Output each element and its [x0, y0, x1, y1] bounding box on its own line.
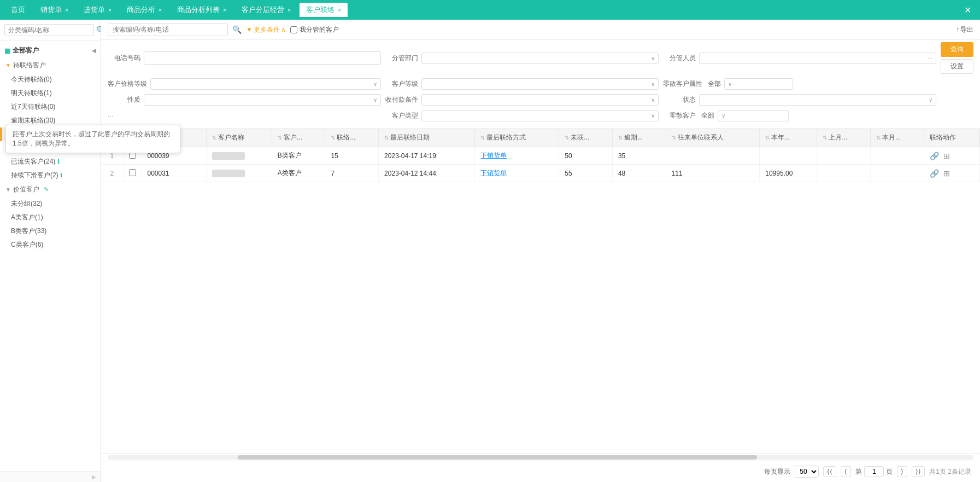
active-bar — [0, 127, 2, 141]
sidebar-item-declining[interactable]: 持续下滑客户(2) ℹ — [0, 169, 101, 182]
filter-status-select[interactable]: ∨ — [699, 94, 936, 106]
sidebar-item-lost[interactable]: 已流失客户(24) ℹ — [0, 155, 101, 169]
window-close-btn[interactable]: ✕ — [960, 5, 976, 15]
sidebar-collapse-arrow[interactable]: ▶ — [92, 474, 96, 480]
row-1-year — [760, 147, 817, 165]
row-1-this-month — [871, 147, 924, 165]
page-input[interactable] — [864, 466, 884, 477]
filter-dots-cell: ··· — [108, 112, 381, 120]
filter-search-input[interactable] — [108, 23, 228, 36]
nav-close-sales[interactable]: × — [65, 7, 68, 13]
row-2-num: 2 — [101, 165, 123, 182]
th-contact-count[interactable]: ⇅ 联络... — [325, 129, 379, 147]
scrollbar-thumb[interactable] — [238, 455, 757, 460]
sidebar-item-class-b[interactable]: B类客户(33) — [0, 224, 101, 238]
filter-row-2: 客户价格等级 ∨ 客户等级 ∨ 零散客户属性 全部 — [108, 76, 973, 92]
row-1-last-method[interactable]: 下销货单 — [475, 147, 559, 165]
sidebar-item-ungrouped[interactable]: 未分组(32) — [0, 197, 101, 211]
th-year[interactable]: ⇅ 本年... — [760, 129, 817, 147]
nav-tab-sales[interactable]: 销货单 × — [34, 3, 75, 17]
filter-scatter-select[interactable]: ∨ — [718, 110, 789, 121]
row-1-method-link[interactable]: 下销货单 — [480, 152, 507, 159]
first-page-btn[interactable]: ⟨⟨ — [823, 466, 836, 477]
th-last-date[interactable]: ⇅ 最后联络日期 — [379, 129, 475, 147]
sidebar-collapse-icon[interactable]: ◀ — [92, 48, 96, 54]
row-2-grid-icon[interactable]: ⊞ — [943, 169, 950, 178]
nav-close-customer-mgmt[interactable]: × — [287, 7, 291, 13]
sidebar-root-all-customers[interactable]: ▦ 全部客户 ◀ — [0, 43, 101, 58]
sidebar-item-class-a[interactable]: A类客户(1) — [0, 211, 101, 224]
th-last-method[interactable]: ⇅ 最后联络方式 — [475, 129, 559, 147]
filter-nature-select[interactable]: ∨ — [144, 94, 381, 106]
nav-tab-analysis-list[interactable]: 商品分析列表 × — [171, 3, 233, 17]
sort-icon-contacts: ⇅ — [672, 135, 676, 141]
filter-bar: 🔍 ▼ 更多条件 ∧ 我分管的客户 ↑ 导出 — [101, 20, 980, 40]
th-overdue[interactable]: ⇅ 逾期... — [612, 129, 666, 147]
th-last-month[interactable]: ⇅ 上月... — [817, 129, 871, 147]
prev-page-btn[interactable]: ⟨ — [841, 466, 851, 477]
filter-scatter-attr-select[interactable]: ∨ — [724, 78, 793, 90]
sidebar-search-icon[interactable]: 🔍 — [96, 26, 101, 34]
nav-tab-customer-contact[interactable]: 客户联络 × — [300, 3, 348, 17]
filter-action-buttons: 查询 设置 — [941, 42, 973, 74]
edit-icon[interactable]: ✎ — [44, 186, 49, 193]
th-name[interactable]: ⇅ 客户名称 — [206, 129, 272, 147]
scrollbar-track[interactable] — [108, 455, 973, 460]
row-2-last-method[interactable]: 下销货单 — [475, 165, 559, 182]
filter-customer-type-select[interactable]: ∨ — [421, 110, 659, 121]
nav-tab-analysis[interactable]: 商品分析 × — [120, 3, 168, 17]
sidebar-item-class-c[interactable]: C类客户(6) — [0, 238, 101, 252]
filter-status-cell: 状态 ∨ — [663, 94, 936, 106]
customer-grade-arrow: ∨ — [651, 81, 655, 87]
nav-tab-customer-mgmt[interactable]: 客户分层经营 × — [235, 3, 297, 17]
filter-dept-select[interactable]: ∨ — [421, 53, 659, 64]
th-contacts[interactable]: ⇅ 往来单位联系人 — [666, 129, 760, 147]
th-this-month[interactable]: ⇅ 本月... — [871, 129, 924, 147]
sidebar-section-value[interactable]: ▼ 价值客户 ✎ — [0, 182, 101, 197]
filter-payment-select[interactable]: ∨ — [421, 94, 659, 106]
th-uncontacted[interactable]: ⇅ 未联... — [559, 129, 613, 147]
export-button[interactable]: ↑ 导出 — [956, 25, 973, 34]
nav-close-customer-contact[interactable]: × — [338, 7, 341, 13]
sidebar-search-input[interactable] — [4, 24, 94, 36]
th-type[interactable]: ⇅ 客户... — [272, 129, 325, 147]
filter-person-select[interactable]: ··· — [699, 53, 936, 64]
filter-dots-icon[interactable]: ··· — [108, 112, 113, 120]
row-1-grid-icon[interactable]: ⊞ — [943, 152, 950, 160]
nav-close-purchase[interactable]: × — [108, 7, 112, 13]
nav-close-analysis[interactable]: × — [159, 7, 162, 13]
row-1-name-blur — [212, 152, 245, 160]
filter-price-grade-select[interactable]: ∨ — [150, 78, 381, 90]
table-header-row: ⚙ ⇅ 客户编码 — [101, 129, 980, 147]
row-2-year: 10995.00 — [760, 165, 817, 182]
sidebar-group-pending[interactable]: ▼ 待联络客户 — [0, 58, 101, 73]
nav-close-analysis-list[interactable]: × — [223, 7, 226, 13]
row-2-method-link[interactable]: 下销货单 — [480, 169, 507, 177]
row-1-link-icon[interactable]: 🔗 — [930, 152, 939, 160]
filter-scatter-attr-label: 零散客户属性 — [663, 79, 702, 89]
page-size-select[interactable]: 50 — [795, 466, 819, 478]
my-customers-checkbox-area[interactable]: 我分管的客户 — [290, 25, 339, 34]
sort-icon-method: ⇅ — [480, 135, 485, 141]
sidebar-section-value-label: 价值客户 — [13, 185, 39, 194]
sidebar-item-today[interactable]: 今天待联络(0) — [0, 73, 101, 86]
sidebar-item-tomorrow[interactable]: 明天待联络(1) — [0, 86, 101, 100]
sidebar-item-7days[interactable]: 近7天待联络(0) — [0, 100, 101, 114]
filter-phone-input[interactable] — [144, 51, 381, 65]
nav-tab-home[interactable]: 首页 — [4, 3, 32, 17]
more-filters-button[interactable]: ▼ 更多条件 ∧ — [246, 25, 286, 34]
last-page-btn[interactable]: ⟩⟩ — [912, 466, 925, 477]
next-page-btn[interactable]: ⟩ — [897, 466, 907, 477]
horizontal-scrollbar[interactable] — [101, 453, 980, 461]
settings-button[interactable]: 设置 — [941, 59, 973, 74]
filter-search-button[interactable]: 🔍 — [232, 25, 242, 34]
table-container[interactable]: ⚙ ⇅ 客户编码 — [101, 129, 980, 453]
my-customers-checkbox[interactable] — [290, 26, 297, 33]
filter-customer-grade-select[interactable]: ∨ — [421, 78, 659, 90]
row-2-name-blur — [212, 170, 245, 177]
query-button[interactable]: 查询 — [941, 42, 973, 57]
nav-tab-purchase[interactable]: 进货单 × — [77, 3, 118, 17]
row-2-link-icon[interactable]: 🔗 — [930, 169, 939, 178]
row-2-checkbox[interactable] — [129, 169, 136, 176]
filter-person-label: 分管人员 — [663, 54, 696, 63]
